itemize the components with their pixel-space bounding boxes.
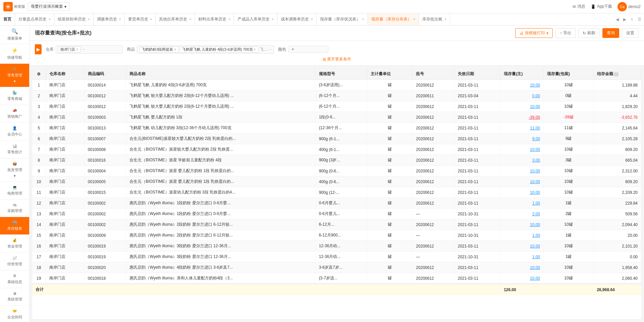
- sidebar-item-finance[interactable]: 💰 资金管理: [0, 235, 29, 253]
- tab-产成品入库单历史[interactable]: 产成品入库单历史×: [234, 13, 277, 25]
- tab-controls: ◀ ▶ × ☰: [612, 16, 644, 23]
- row-qty: 10.00: [500, 144, 544, 155]
- goods-tag-1-close[interactable]: ×: [174, 48, 176, 51]
- query-btn[interactable]: 查询: [602, 28, 619, 38]
- tab-menu-btn[interactable]: ☰: [636, 16, 643, 23]
- tab-材料出库单历史[interactable]: 材料出库单历史×: [195, 13, 234, 25]
- export-btn[interactable]: ↑ 导出: [555, 28, 576, 38]
- sidebar-item-retail-mall[interactable]: 🏪 零售商城: [0, 87, 29, 105]
- row-warehouse: 南岸门店: [46, 112, 84, 123]
- sidebar-item-ecommerce[interactable]: 💻 电商管理: [0, 182, 29, 200]
- tab-库存分布表[interactable]: 现存量（库存分布表）×: [368, 13, 419, 25]
- row-pkg-qty: 9罐: [544, 133, 594, 144]
- print-btn[interactable]: 🖨 按模板打印 ▾: [515, 28, 553, 38]
- row-spec: 12-36月幼...: [315, 241, 367, 252]
- row-batch: 20200612: [413, 187, 454, 198]
- row-amount: 229.84: [593, 198, 641, 209]
- row-batch: 20200612: [413, 112, 454, 123]
- close-icon[interactable]: ×: [362, 17, 364, 21]
- col-qty-main: 现存量(主): [500, 68, 544, 80]
- row-expiry: 2021-03-11: [454, 241, 500, 252]
- tab-要货单历史[interactable]: 要货单历史×: [125, 13, 156, 25]
- filter-color: 颜色 ▾: [278, 46, 328, 53]
- tab-调拨单历史[interactable]: 调拨单历史×: [94, 13, 125, 25]
- corp-icon: 🤝: [12, 309, 17, 313]
- close-icon[interactable]: ×: [150, 17, 152, 21]
- sidebar-item-inventory[interactable]: 🏬 库存核算: [0, 217, 29, 235]
- warehouse-more-dots[interactable]: ···: [82, 47, 85, 52]
- row-batch: 20200612: [413, 101, 454, 112]
- tab-next-btn[interactable]: ▶: [621, 16, 628, 23]
- setting-btn[interactable]: 设置: [622, 28, 639, 38]
- row-no: 8: [32, 155, 46, 166]
- col-settings[interactable]: ⚙: [32, 68, 46, 80]
- row-code: 00100008: [84, 144, 126, 155]
- finance-icon: 💰: [12, 238, 17, 243]
- col-unit: 主计量单位: [367, 68, 412, 80]
- sidebar-item-system[interactable]: 🖥 系统管理: [0, 288, 29, 306]
- tab-close-btn[interactable]: ×: [629, 16, 635, 23]
- row-unit: 罐: [367, 101, 412, 112]
- sidebar-item-purchase[interactable]: 🛍 采购管理: [0, 200, 29, 217]
- sidebar-item-corp[interactable]: 🤝 企业协同: [0, 306, 29, 322]
- close-icon[interactable]: ×: [228, 17, 230, 21]
- row-batch: 20200612: [413, 176, 454, 187]
- close-icon[interactable]: ×: [272, 17, 274, 21]
- row-unit: 罐: [367, 133, 412, 144]
- sidebar-item-member[interactable]: 👤 会员中心: [0, 123, 29, 141]
- warehouse-tag-group[interactable]: 南岸门店 × ···: [56, 45, 123, 54]
- row-spec: (6-12个月...: [315, 101, 367, 112]
- close-icon[interactable]: ×: [311, 17, 313, 21]
- tab-组装拆卸单历史[interactable]: 组装拆卸单历史×: [54, 13, 94, 25]
- row-code: 00100020: [84, 262, 126, 273]
- close-icon[interactable]: ×: [119, 17, 121, 21]
- close-icon[interactable]: ×: [414, 17, 416, 21]
- tab-库存状况表[interactable]: 现存量（库存状况表）×: [317, 13, 368, 25]
- warehouse-tag-close[interactable]: ×: [76, 48, 78, 51]
- row-batch: 20200612: [413, 219, 454, 230]
- close-icon[interactable]: ×: [88, 17, 90, 21]
- goods-extra-dots[interactable]: ···: [268, 47, 272, 52]
- table-row: 3 南岸门店 00100012 飞鹤星飞帆 较大婴儿配方奶粉 2段(6-12个月…: [32, 101, 641, 112]
- row-code: 00100014: [84, 80, 126, 91]
- row-qty: 10.00: [500, 241, 544, 252]
- close-icon[interactable]: ×: [189, 17, 191, 21]
- expand-conditions-btn[interactable]: ⊞ 展开更多条件: [323, 56, 351, 62]
- goods-tag-group[interactable]: 飞鹤奶粉3段两提装 × 飞鹤星飞帆 儿童奶粉 4段(3-6岁适用) 700克 ×…: [137, 45, 274, 54]
- sidebar-item-basic[interactable]: ⚙ 基础信息: [0, 270, 29, 288]
- color-tag-group[interactable]: ▾: [288, 46, 328, 53]
- sidebar-item-marketing[interactable]: 📣 营销推广: [0, 105, 29, 123]
- industry-select[interactable]: 母婴行业演示账套 ▾: [28, 2, 69, 11]
- tab-其他出库单历史[interactable]: 其他出库单历史×: [156, 13, 195, 25]
- footer-total-amount: 26,968.64: [593, 284, 641, 295]
- tab-库存批次账[interactable]: 库存批次账×: [419, 13, 450, 25]
- refresh-btn[interactable]: ↻ 刷新: [578, 28, 600, 38]
- row-spec: 400g (6-1...: [315, 144, 367, 155]
- close-icon[interactable]: ×: [444, 17, 446, 21]
- sidebar-quicknav[interactable]: ⚡ 快捷导航: [0, 44, 29, 64]
- amount-info-icon[interactable]: ⓘ: [614, 72, 619, 76]
- row-amount: 1,958.40: [593, 262, 641, 273]
- tab-分量盘点单历史[interactable]: 分量盘点单历史×: [15, 13, 54, 25]
- tab-home[interactable]: 首页: [0, 13, 15, 25]
- sidebar-item-retail-mgmt[interactable]: 🛒 零售管理 ▾: [0, 64, 29, 87]
- tab-成本调整单历史[interactable]: 成本调整单历史×: [277, 13, 317, 25]
- row-expiry: 2021-03-11: [454, 166, 500, 176]
- color-dropdown-icon[interactable]: ▾: [292, 47, 294, 52]
- row-expiry: 2021-03-11: [454, 176, 500, 187]
- goods-tag-2-close[interactable]: ×: [254, 48, 256, 51]
- app-download-btn[interactable]: 📱 App下载: [591, 4, 612, 9]
- sidebar-item-wholesale[interactable]: 📦 批发管理 ▾: [0, 158, 29, 182]
- sidebar-item-retail-stats[interactable]: 📊 零售统计: [0, 141, 29, 158]
- message-btn[interactable]: ✉ 消息: [573, 4, 585, 9]
- goods-more-dots[interactable]: 飞...: [260, 47, 267, 52]
- row-pkg-qty: 10罐: [544, 176, 594, 187]
- user-area[interactable]: Ea demo2: [618, 2, 641, 11]
- table-container: ⚙ 仓库名称 商品编码 商品名称 规格型号 主计量单位 批号 失效日期 现存量(…: [32, 68, 641, 319]
- tab-prev-btn[interactable]: ◀: [614, 16, 621, 23]
- row-expiry: 2021-03-11: [454, 155, 500, 166]
- sidebar-search[interactable]: 🔍 搜索菜单: [0, 25, 29, 44]
- sidebar-item-business[interactable]: 📈 经营管理: [0, 253, 29, 270]
- close-icon[interactable]: ×: [49, 17, 51, 21]
- filter-toggle-btn[interactable]: ▶: [35, 44, 42, 54]
